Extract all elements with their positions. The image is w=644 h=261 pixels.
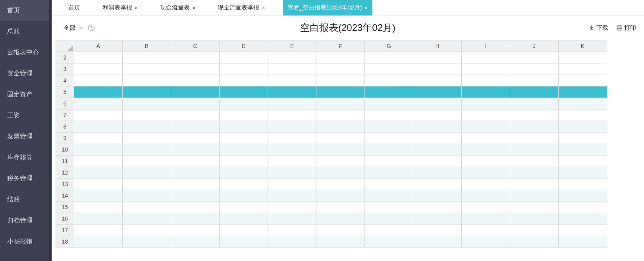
cell[interactable] [74, 225, 123, 236]
cell[interactable] [510, 75, 559, 86]
column-header[interactable]: G [365, 40, 413, 52]
cell[interactable] [510, 178, 559, 190]
cell[interactable] [559, 213, 607, 225]
cell[interactable] [413, 98, 462, 109]
cell[interactable] [220, 144, 268, 155]
row-header[interactable]: 10 [56, 144, 74, 155]
cell[interactable] [171, 155, 220, 167]
close-icon[interactable]: × [135, 5, 138, 11]
cell[interactable] [123, 132, 171, 144]
cell[interactable] [559, 98, 607, 109]
cell[interactable] [220, 75, 268, 86]
cell[interactable] [171, 144, 220, 155]
cell[interactable] [413, 86, 462, 98]
close-icon[interactable]: × [262, 5, 265, 11]
cell[interactable] [268, 202, 316, 213]
cell[interactable] [559, 132, 607, 144]
cell[interactable] [510, 155, 559, 167]
cell[interactable] [510, 109, 559, 121]
cell[interactable] [559, 52, 607, 63]
cell[interactable] [413, 178, 462, 190]
cell[interactable] [74, 236, 123, 248]
cell[interactable] [316, 144, 365, 155]
tab-home[interactable]: 首页 [64, 0, 85, 15]
cell[interactable] [316, 225, 365, 236]
cell[interactable] [510, 190, 559, 202]
cell[interactable] [365, 202, 413, 213]
cell[interactable] [171, 52, 220, 63]
sidebar-item-expense[interactable]: 小畅报销 [0, 231, 52, 252]
row-header[interactable]: 12 [56, 167, 74, 178]
cell[interactable] [559, 63, 607, 75]
row-header[interactable]: 14 [56, 190, 74, 202]
cell[interactable] [74, 121, 123, 132]
cell[interactable] [268, 86, 316, 98]
cell[interactable] [316, 167, 365, 178]
cell[interactable] [365, 109, 413, 121]
cell[interactable] [171, 132, 220, 144]
cell[interactable] [510, 63, 559, 75]
cell[interactable] [365, 178, 413, 190]
cell[interactable] [510, 144, 559, 155]
cell[interactable] [220, 109, 268, 121]
cell[interactable] [559, 121, 607, 132]
cell[interactable] [268, 121, 316, 132]
row-header[interactable]: 6 [56, 98, 74, 109]
sidebar-item-tax[interactable]: 税务管理 [0, 168, 52, 189]
column-header[interactable]: J [510, 40, 559, 52]
row-header[interactable]: 2 [56, 52, 74, 63]
cell[interactable] [123, 236, 171, 248]
cell[interactable] [413, 63, 462, 75]
cell[interactable] [316, 75, 365, 86]
cell[interactable] [268, 167, 316, 178]
cell[interactable] [220, 190, 268, 202]
cell[interactable] [220, 121, 268, 132]
cell[interactable] [171, 86, 220, 98]
cell[interactable] [462, 75, 510, 86]
cell[interactable] [559, 167, 607, 178]
cell[interactable] [268, 63, 316, 75]
cell[interactable] [365, 121, 413, 132]
cell[interactable] [74, 213, 123, 225]
cell[interactable] [559, 225, 607, 236]
cell[interactable] [316, 190, 365, 202]
cell[interactable] [268, 75, 316, 86]
cell[interactable] [74, 144, 123, 155]
cell[interactable] [316, 155, 365, 167]
cell[interactable] [171, 167, 220, 178]
cell[interactable] [413, 52, 462, 63]
cell[interactable] [365, 213, 413, 225]
cell[interactable] [316, 178, 365, 190]
cell[interactable] [462, 144, 510, 155]
cell[interactable] [462, 178, 510, 190]
cell[interactable] [74, 75, 123, 86]
cell[interactable] [510, 132, 559, 144]
cell[interactable] [171, 202, 220, 213]
cell[interactable] [220, 213, 268, 225]
cell[interactable] [559, 75, 607, 86]
cell[interactable] [462, 98, 510, 109]
cell[interactable] [413, 132, 462, 144]
row-header[interactable]: 8 [56, 121, 74, 132]
cell[interactable] [171, 75, 220, 86]
sidebar-item-salary[interactable]: 工资 [0, 105, 52, 126]
cell[interactable] [365, 144, 413, 155]
close-icon[interactable]: × [364, 5, 368, 11]
cell[interactable] [413, 213, 462, 225]
column-header[interactable]: D [220, 40, 268, 52]
cell[interactable] [171, 236, 220, 248]
cell[interactable] [123, 86, 171, 98]
cell[interactable] [365, 86, 413, 98]
cell[interactable] [413, 75, 462, 86]
column-header[interactable]: E [268, 40, 316, 52]
cell[interactable] [316, 121, 365, 132]
cell[interactable] [365, 75, 413, 86]
cell[interactable] [220, 98, 268, 109]
cell[interactable] [462, 213, 510, 225]
cell[interactable] [123, 98, 171, 109]
cell[interactable] [559, 178, 607, 190]
sidebar-item-cloud-reports[interactable]: 云报表中心 [0, 42, 52, 63]
cell[interactable] [510, 225, 559, 236]
cell[interactable] [171, 98, 220, 109]
row-header[interactable]: 15 [56, 202, 74, 213]
